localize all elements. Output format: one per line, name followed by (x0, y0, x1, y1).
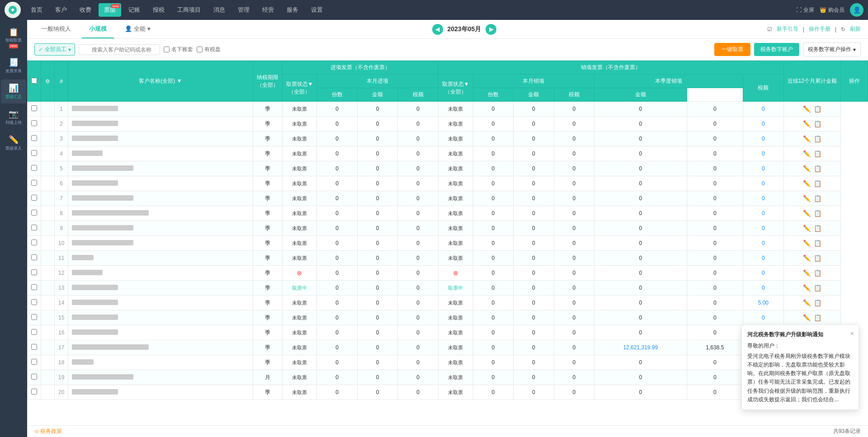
checkbox-tax-disk[interactable]: 有税盘 (197, 46, 221, 53)
td-checkbox[interactable] (28, 340, 41, 355)
edit-btn[interactable]: ✏️ (802, 164, 811, 173)
edit-btn[interactable]: ✏️ (802, 224, 811, 233)
th-client-name[interactable]: 客户名称(全部) ▼ (68, 61, 253, 102)
td-client-name[interactable]: ████████████ (68, 176, 253, 191)
cum12-value[interactable]: 0 (762, 165, 765, 172)
row-checkbox[interactable] (31, 180, 37, 186)
nav-accounting[interactable]: 记账 (123, 3, 146, 17)
td-checkbox[interactable] (28, 146, 41, 161)
cum12-value[interactable]: 0 (762, 315, 765, 321)
sidebar-item-scan[interactable]: 📷 扫描上传 (1, 105, 26, 129)
edit-btn[interactable]: ✏️ (802, 239, 811, 248)
cum12-value[interactable]: 0 (762, 210, 765, 216)
td-checkbox[interactable] (28, 221, 41, 236)
row-checkbox[interactable] (31, 284, 37, 290)
nav-invoice[interactable]: 票据 new (99, 3, 121, 17)
sidebar-item-issue[interactable]: 🧾 发票开具 (1, 54, 26, 78)
nav-business[interactable]: 工商项目 (172, 3, 206, 17)
edit-btn[interactable]: ✏️ (802, 149, 811, 158)
td-checkbox[interactable] (28, 102, 41, 117)
tax-disk-checkbox[interactable] (197, 47, 203, 52)
td-checkbox[interactable] (28, 161, 41, 176)
deduct-amount-val[interactable]: 12,621,319.99 (623, 344, 658, 351)
tab-small-scale[interactable]: 小规模 (82, 20, 114, 38)
employee-select[interactable]: ✓ 全部员工 ▾ (34, 43, 75, 56)
nav-operation[interactable]: 经营 (257, 3, 279, 17)
row-checkbox[interactable] (31, 344, 37, 350)
copy-btn[interactable]: 📋 (813, 164, 822, 173)
td-client-name[interactable]: ████████████ (68, 102, 253, 117)
fullscreen-btn[interactable]: ⛶ 全屏 (796, 6, 814, 14)
row-checkbox[interactable] (31, 120, 37, 126)
td-client-name[interactable]: ████████████ (68, 325, 253, 340)
td-checkbox[interactable] (28, 370, 41, 385)
sidebar-item-summary[interactable]: 📊 票据汇总 (1, 80, 26, 103)
nav-client[interactable]: 客户 (50, 3, 72, 17)
td-client-name[interactable]: ████████████████ (68, 191, 253, 206)
td-checkbox[interactable] (28, 355, 41, 370)
nav-service[interactable]: 服务 (281, 3, 304, 17)
row-checkbox[interactable] (31, 269, 37, 275)
user-avatar[interactable]: 👤 (850, 3, 863, 17)
td-checkbox[interactable] (28, 281, 41, 296)
nav-home[interactable]: 首页 (25, 3, 48, 17)
td-client-name[interactable]: ████████████ (68, 281, 253, 296)
td-client-name[interactable]: ████████████████████ (68, 206, 253, 221)
td-checkbox[interactable] (28, 266, 41, 281)
td-client-name[interactable]: ████████████████ (68, 221, 253, 236)
row-checkbox[interactable] (31, 165, 37, 171)
td-checkbox[interactable] (28, 206, 41, 221)
edit-btn[interactable]: ✏️ (802, 104, 811, 113)
td-client-name[interactable]: ████████ (68, 266, 253, 281)
subledger-checkbox[interactable] (164, 47, 170, 52)
td-client-name[interactable]: ████████████ (68, 117, 253, 132)
td-client-name[interactable]: ████████████ (68, 385, 253, 400)
row-checkbox[interactable] (31, 389, 37, 395)
cum12-value[interactable]: 0 (762, 150, 765, 157)
copy-btn[interactable]: 📋 (813, 209, 822, 218)
row-checkbox[interactable] (31, 225, 37, 230)
select-all-checkbox[interactable] (31, 78, 37, 84)
checkbox-subledger[interactable]: 名下账套 (164, 46, 193, 53)
edit-btn[interactable]: ✏️ (802, 119, 811, 128)
td-checkbox[interactable] (28, 132, 41, 146)
copy-btn[interactable]: 📋 (813, 179, 822, 188)
edit-btn[interactable]: ✏️ (802, 209, 811, 218)
row-checkbox[interactable] (31, 150, 37, 156)
td-client-name[interactable]: ████ (68, 355, 253, 370)
td-checkbox[interactable] (28, 117, 41, 132)
copy-btn[interactable]: 📋 (813, 283, 822, 292)
cum12-value[interactable]: 0 (762, 270, 765, 276)
cum12-value[interactable]: 0 (762, 240, 765, 246)
td-client-name[interactable]: ████████████ (68, 310, 253, 325)
copy-btn[interactable]: 📋 (813, 149, 822, 158)
refresh-link[interactable]: 刷新 (850, 25, 861, 33)
sidebar-item-entry[interactable]: ✏️ 票据录入 (1, 131, 26, 155)
edit-btn[interactable]: ✏️ (802, 268, 811, 277)
next-month-btn[interactable]: ▶ (486, 24, 496, 35)
nav-message[interactable]: 消息 (208, 3, 231, 17)
row-checkbox[interactable] (31, 329, 37, 335)
row-checkbox[interactable] (31, 299, 37, 305)
edit-btn[interactable]: ✏️ (802, 254, 811, 263)
td-client-name[interactable]: ████████████████ (68, 161, 253, 176)
edit-btn[interactable]: ✏️ (802, 194, 811, 203)
row-checkbox[interactable] (31, 210, 37, 216)
cum12-value[interactable]: 0 (762, 225, 765, 231)
row-checkbox[interactable] (31, 374, 37, 380)
copy-btn[interactable]: 📋 (813, 298, 822, 307)
cum12-value[interactable]: 0 (762, 255, 765, 261)
copy-btn[interactable]: 📋 (813, 134, 822, 143)
copy-btn[interactable]: 📋 (813, 254, 822, 263)
th-in-status[interactable]: 取票状态▼（全部） (282, 75, 317, 102)
tax-policy-link[interactable]: ⊙ 税务政策 (34, 428, 62, 435)
td-client-name[interactable]: ████ (68, 251, 253, 266)
row-checkbox[interactable] (31, 359, 37, 365)
row-checkbox[interactable] (31, 254, 37, 260)
copy-btn[interactable]: 📋 (813, 104, 822, 113)
td-checkbox[interactable] (28, 385, 41, 400)
copy-btn[interactable]: 📋 (813, 239, 822, 248)
nav-management[interactable]: 管理 (232, 3, 255, 17)
row-checkbox[interactable] (31, 195, 37, 201)
td-client-name[interactable]: ████████████████████ (68, 340, 253, 355)
